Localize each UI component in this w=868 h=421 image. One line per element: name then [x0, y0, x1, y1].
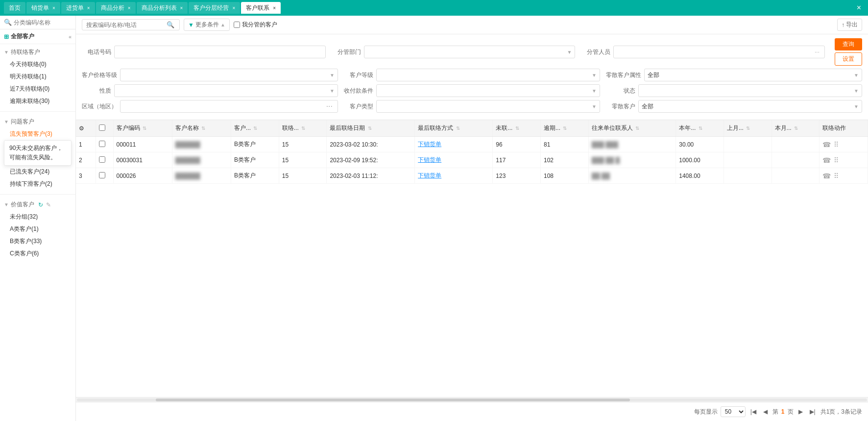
edit-icon[interactable]: ✎: [46, 201, 51, 208]
row-checkbox[interactable]: [99, 156, 105, 163]
settings-button[interactable]: 设置: [835, 52, 862, 66]
problem-customers-title[interactable]: ▼ 问题客户: [0, 116, 75, 128]
td-method-3[interactable]: 下销货单: [415, 168, 493, 184]
refresh-icon[interactable]: ↻: [38, 201, 43, 208]
row-checkbox[interactable]: [99, 172, 105, 178]
sort-icon[interactable]: ⇅: [201, 125, 205, 131]
query-button[interactable]: 查询: [835, 38, 862, 50]
collapse-icon[interactable]: «: [69, 34, 72, 40]
tab-product-analysis-list[interactable]: 商品分析列表 ×: [137, 2, 188, 14]
sort-icon[interactable]: ⇅: [253, 125, 257, 131]
payment-select[interactable]: ▼: [376, 84, 600, 97]
price-level-select[interactable]: ▼: [120, 69, 338, 81]
status-select[interactable]: ▼: [638, 84, 862, 97]
sidebar-item-unclassified[interactable]: 未分组(32): [0, 211, 75, 223]
tab-purchase-order[interactable]: 进货单 ×: [61, 2, 95, 14]
prev-page-button[interactable]: ◀: [761, 407, 770, 416]
sidebar-item-7days[interactable]: 近7天待联络(0): [0, 83, 75, 95]
window-close-button[interactable]: ×: [854, 3, 864, 12]
tab-product-analysis[interactable]: 商品分析 ×: [96, 2, 136, 14]
td-method-1[interactable]: 下销货单: [415, 137, 493, 152]
contact-action-icon[interactable]: ☎: [822, 156, 831, 164]
close-tab-icon[interactable]: ×: [180, 5, 183, 11]
scrollbar-thumb[interactable]: [156, 398, 630, 401]
first-page-button[interactable]: |◀: [748, 407, 758, 416]
sidebar-item-churn-warning[interactable]: 流失预警客户(3): [0, 128, 75, 140]
all-customers-header[interactable]: ⊞ 全部客户 «: [0, 29, 75, 44]
more-action-icon[interactable]: ⠿: [834, 156, 839, 164]
contact-action-icon[interactable]: ☎: [822, 141, 831, 149]
select-all-checkbox[interactable]: [99, 124, 105, 131]
tab-customer-contact[interactable]: 客户联系 ×: [241, 2, 281, 14]
th-settings[interactable]: ⚙: [76, 120, 96, 137]
gender-select[interactable]: ▼: [114, 84, 338, 97]
sort-icon[interactable]: ⇅: [699, 125, 702, 131]
td-check-2[interactable]: [96, 152, 113, 168]
td-check-1[interactable]: [96, 137, 113, 152]
scrollbar-track[interactable]: [77, 398, 867, 401]
zero-attr-select[interactable]: 全部 ▼: [644, 69, 862, 81]
tab-sales-order[interactable]: 销货单 ×: [26, 2, 60, 14]
sidebar-item-class-a[interactable]: A类客户(1): [0, 223, 75, 235]
more-action-icon[interactable]: ⠿: [834, 172, 839, 180]
pending-contact-title[interactable]: ▼ 待联络客户: [0, 46, 75, 58]
search-button[interactable]: 🔍: [167, 21, 174, 28]
my-customers-checkbox-label[interactable]: 我分管的客户: [234, 21, 277, 29]
td-contact-3: 15: [279, 168, 327, 184]
tab-customer-segments[interactable]: 客户分层经营 ×: [189, 2, 240, 14]
my-customers-checkbox[interactable]: [234, 22, 240, 28]
close-tab-icon[interactable]: ×: [273, 5, 276, 11]
value-customers-title[interactable]: ▼ 价值客户 ↻ ✎: [0, 198, 75, 211]
close-tab-icon[interactable]: ×: [232, 5, 235, 11]
filter-price-level: 客户价格等级 ▼: [82, 69, 338, 81]
sort-icon[interactable]: ⇅: [746, 125, 750, 131]
sidebar-item-today[interactable]: 今天待联络(0): [0, 58, 75, 71]
sidebar-item-churned[interactable]: 已流失客户(24): [0, 166, 75, 178]
area-more-icon[interactable]: ···: [324, 102, 335, 111]
phone-input[interactable]: [114, 46, 326, 58]
export-button[interactable]: ↑ 导出: [837, 19, 862, 31]
close-tab-icon[interactable]: ×: [52, 5, 55, 11]
sidebar-item-overdue[interactable]: 逾期未联络(30): [0, 95, 75, 107]
dept-select[interactable]: ▼: [364, 46, 576, 58]
th-checkbox[interactable]: [96, 120, 113, 137]
sidebar-search-container: 🔍: [0, 16, 75, 29]
td-check-3[interactable]: [96, 168, 113, 184]
customer-level-select[interactable]: ▼: [376, 69, 600, 81]
sort-icon[interactable]: ⇅: [368, 125, 372, 131]
next-page-button[interactable]: ▶: [796, 407, 805, 416]
person-select[interactable]: ···: [613, 46, 825, 58]
sort-icon[interactable]: ⇅: [515, 125, 519, 131]
sort-icon[interactable]: ⇅: [301, 125, 305, 131]
last-page-button[interactable]: ▶|: [808, 407, 818, 416]
sidebar-item-declining[interactable]: 持续下滑客户(2): [0, 178, 75, 190]
sort-icon[interactable]: ⇅: [563, 125, 567, 131]
sidebar-item-class-b[interactable]: B类客户(33): [0, 235, 75, 248]
settings-icon[interactable]: ⚙: [79, 125, 84, 132]
sidebar-item-class-c[interactable]: C类客户(6): [0, 248, 75, 260]
row-checkbox[interactable]: [99, 141, 105, 147]
more-filter-button[interactable]: ▼ 更多条件 ▲: [184, 19, 230, 31]
chevron-down-icon: ▼: [330, 73, 335, 78]
td-thismonth-2: [772, 152, 820, 168]
close-tab-icon[interactable]: ×: [87, 5, 90, 11]
sort-icon[interactable]: ⇅: [456, 125, 460, 131]
sort-icon[interactable]: ⇅: [794, 125, 798, 131]
area-select[interactable]: ···: [120, 100, 338, 113]
td-method-2[interactable]: 下销货单: [415, 152, 493, 168]
customer-type-select[interactable]: ▼: [376, 100, 600, 113]
horizontal-scrollbar[interactable]: [76, 397, 868, 402]
tab-home[interactable]: 首页: [4, 2, 25, 14]
per-page-select[interactable]: 50 100 200: [721, 406, 746, 417]
more-action-icon[interactable]: ⠿: [834, 141, 839, 149]
sidebar-item-tomorrow[interactable]: 明天待联络(1): [0, 71, 75, 83]
contact-action-icon[interactable]: ☎: [822, 172, 831, 180]
sidebar-search-input[interactable]: [14, 19, 76, 26]
sort-icon[interactable]: ⇅: [635, 125, 639, 131]
search-input[interactable]: [86, 22, 165, 28]
action-icons: ☎ ⠿: [822, 141, 865, 149]
close-tab-icon[interactable]: ×: [128, 5, 131, 11]
more-options-icon[interactable]: ···: [813, 49, 821, 55]
sort-icon[interactable]: ⇅: [143, 125, 146, 131]
retail-select[interactable]: 全部 ▼: [638, 100, 862, 113]
